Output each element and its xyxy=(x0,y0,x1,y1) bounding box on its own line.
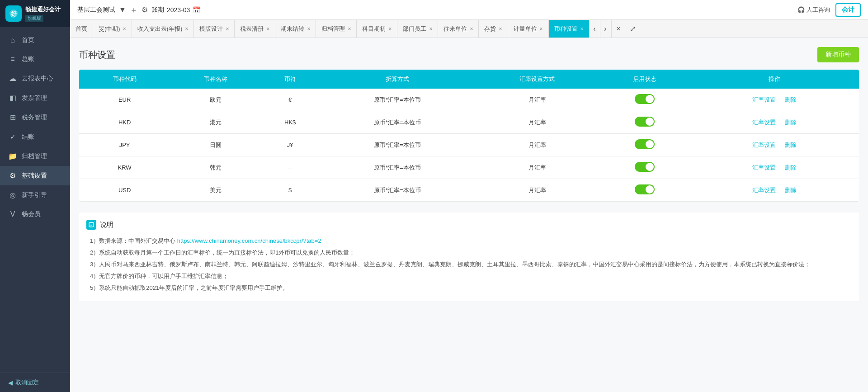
topbar-settings-icon[interactable]: ⚙ xyxy=(142,5,148,14)
delete-link-0[interactable]: 删除 xyxy=(785,96,797,103)
period-display: 账期 2023-03 📅 xyxy=(151,6,200,14)
sidebar-item-guide[interactable]: ◎ 新手引导 xyxy=(0,185,70,205)
notice-item-3: 4）无官方牌价的币种，可以用户手工维护汇率信息； xyxy=(90,270,852,282)
sidebar: 好 畅捷通好会计 旗舰版 ⌂ 首页 ≡ 总账 ☁ 云报表中心 ◧ 发票管理 ⊞ … xyxy=(0,0,70,392)
tab-currency[interactable]: 币种设置 × xyxy=(549,20,590,38)
delete-link-1[interactable]: 删除 xyxy=(785,119,797,126)
tab-close-period-end[interactable]: × xyxy=(307,26,310,32)
table-row: KRW 韩元 -- 原币*汇率=本位币 月汇率 汇率设置 删除 xyxy=(79,156,859,179)
tab-close-template[interactable]: × xyxy=(226,26,229,32)
tab-close-balance[interactable]: × xyxy=(123,26,126,32)
company-dropdown-icon[interactable]: ▼ xyxy=(119,6,126,14)
sidebar-item-archive[interactable]: 📁 归档管理 xyxy=(0,146,70,166)
cell-code-0: EUR xyxy=(79,89,170,111)
notice-list: 1）数据来源：中国外汇交易中心 https://www.chinamoney.c… xyxy=(86,235,852,294)
tab-label-income: 收入支出表(年报) xyxy=(137,25,183,33)
table-row: HKD 港元 HK$ 原币*汇率=本位币 月汇率 汇率设置 删除 xyxy=(79,111,859,134)
app-name: 畅捷通好会计 xyxy=(25,5,61,14)
sidebar-nav: ⌂ 首页 ≡ 总账 ☁ 云报表中心 ◧ 发票管理 ⊞ 税务管理 ✓ 结账 📁 归… xyxy=(0,27,70,373)
svg-text:≡: ≡ xyxy=(90,223,93,227)
tab-label-dept: 部门员工 xyxy=(403,25,426,33)
tab-close-unit[interactable]: × xyxy=(540,26,543,32)
tab-income[interactable]: 收入支出表(年报) × xyxy=(132,20,194,38)
main-area: 基层工会测试 ▼ ＋ ⚙ 账期 2023-03 📅 🎧 人工咨询 会计 首页 旻… xyxy=(70,0,868,392)
tab-close-inventory[interactable]: × xyxy=(499,26,502,32)
add-tab-icon[interactable]: ＋ xyxy=(130,5,138,15)
tab-archive[interactable]: 归档管理 × xyxy=(316,20,357,38)
period-value: 2023-03 xyxy=(167,6,190,14)
cell-rate-type-4: 月汇率 xyxy=(476,179,599,202)
toggle-enabled-0[interactable] xyxy=(635,94,655,104)
notice-link[interactable]: https://www.chinamoney.com.cn/chinese/bk… xyxy=(177,237,321,244)
home-icon: ⌂ xyxy=(8,36,17,44)
tab-close-income[interactable]: × xyxy=(185,26,188,32)
sidebar-item-tax[interactable]: ⊞ 税务管理 xyxy=(0,108,70,127)
cell-status-1 xyxy=(599,111,690,134)
rate-setting-link-1[interactable]: 汇率设置 xyxy=(752,119,776,126)
tab-close-subject[interactable]: × xyxy=(388,26,392,32)
tab-close-archive[interactable]: × xyxy=(348,26,351,32)
tab-partner[interactable]: 往来单位 × xyxy=(438,20,479,38)
rate-setting-link-3[interactable]: 汇率设置 xyxy=(752,164,776,171)
tab-template[interactable]: 模版设计 × xyxy=(194,20,235,38)
cell-calc-0: 原币*汇率=本位币 xyxy=(319,89,476,111)
rate-setting-link-0[interactable]: 汇率设置 xyxy=(752,96,776,103)
delete-link-3[interactable]: 删除 xyxy=(785,164,797,171)
sidebar-item-label-home: 首页 xyxy=(22,36,34,44)
tax-icon: ⊞ xyxy=(8,113,17,122)
tab-period-end[interactable]: 期末结转 × xyxy=(275,20,316,38)
tab-expand-btn[interactable]: ⤢ xyxy=(626,20,640,38)
toggle-enabled-3[interactable] xyxy=(635,162,655,172)
cell-actions-4: 汇率设置 删除 xyxy=(690,179,859,202)
tab-close-dept[interactable]: × xyxy=(429,26,432,32)
account-button[interactable]: 会计 xyxy=(835,3,861,17)
cell-calc-3: 原币*汇率=本位币 xyxy=(319,156,476,179)
sidebar-item-reports[interactable]: ☁ 云报表中心 xyxy=(0,69,70,88)
sidebar-item-home[interactable]: ⌂ 首页 xyxy=(0,31,70,50)
tab-dept[interactable]: 部门员工 × xyxy=(397,20,438,38)
tab-tax[interactable]: 税表清册 × xyxy=(235,20,275,38)
headset-icon: 🎧 xyxy=(797,6,805,13)
delete-link-2[interactable]: 删除 xyxy=(785,142,797,148)
service-btn[interactable]: 🎧 人工咨询 xyxy=(797,6,830,14)
sidebar-item-invoice[interactable]: ◧ 发票管理 xyxy=(0,88,70,108)
tab-close-partner[interactable]: × xyxy=(470,26,473,32)
tab-home[interactable]: 首页 xyxy=(70,20,93,38)
rate-setting-link-4[interactable]: 汇率设置 xyxy=(752,187,776,194)
tab-next-btn[interactable]: › xyxy=(600,20,611,38)
tab-label-template: 模版设计 xyxy=(199,25,223,33)
sidebar-item-member[interactable]: V 畅会员 xyxy=(0,205,70,224)
cell-calc-1: 原币*汇率=本位币 xyxy=(319,111,476,134)
calendar-icon[interactable]: 📅 xyxy=(193,6,200,14)
tab-balance[interactable]: 旻(中期) × xyxy=(93,20,132,38)
new-currency-button[interactable]: 新增币种 xyxy=(817,47,859,62)
sidebar-item-checkout[interactable]: ✓ 结账 xyxy=(0,127,70,146)
ledger-icon: ≡ xyxy=(8,55,17,63)
tab-close-tax[interactable]: × xyxy=(266,26,269,32)
notice-icon: ≡ xyxy=(86,220,96,230)
sidebar-item-label-invoice: 发票管理 xyxy=(22,94,47,102)
tab-label-balance: 旻(中期) xyxy=(99,25,120,33)
tab-subject[interactable]: 科目期初 × xyxy=(357,20,397,38)
tab-label-home: 首页 xyxy=(75,25,87,33)
tab-prev-btn[interactable]: ‹ xyxy=(590,20,600,38)
toggle-enabled-1[interactable] xyxy=(635,117,655,127)
toggle-enabled-4[interactable] xyxy=(635,184,655,194)
sidebar-pin-btn[interactable]: ◀ 取消固定 xyxy=(0,373,70,392)
tab-close-all-btn[interactable]: × xyxy=(611,20,626,38)
sidebar-item-settings[interactable]: ⚙ 基础设置 xyxy=(0,166,70,185)
col-header-calc: 折算方式 xyxy=(319,70,476,89)
cell-name-0: 欧元 xyxy=(170,89,261,111)
tab-label-subject: 科目期初 xyxy=(362,25,386,33)
tab-unit[interactable]: 计量单位 × xyxy=(508,20,549,38)
cell-rate-type-1: 月汇率 xyxy=(476,111,599,134)
rate-setting-link-2[interactable]: 汇率设置 xyxy=(752,142,776,148)
sidebar-item-ledger[interactable]: ≡ 总账 xyxy=(0,50,70,69)
toggle-enabled-2[interactable] xyxy=(635,139,655,149)
tab-close-currency[interactable]: × xyxy=(580,26,584,32)
delete-link-4[interactable]: 删除 xyxy=(785,187,797,194)
pin-icon: ◀ xyxy=(8,379,13,386)
tab-inventory[interactable]: 存货 × xyxy=(479,20,508,38)
company-name: 基层工会测试 xyxy=(77,6,115,14)
app-sub: 旗舰版 xyxy=(25,15,43,22)
